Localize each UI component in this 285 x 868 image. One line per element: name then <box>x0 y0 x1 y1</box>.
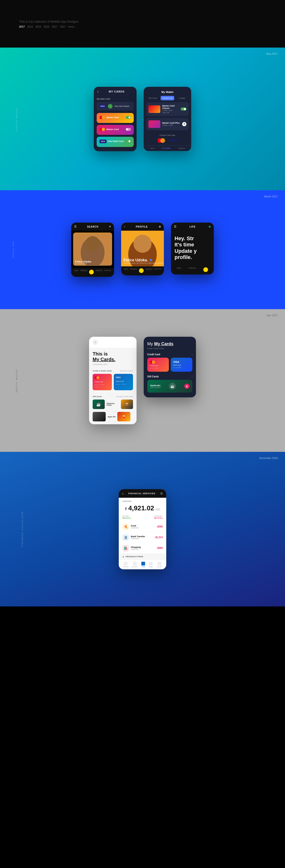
delete-starbucks-btn[interactable]: 🗑 <box>184 383 189 389</box>
toggle-3[interactable] <box>126 140 131 143</box>
visa-card-row[interactable]: VISA Visa Card Classic <box>97 102 134 111</box>
life-nav-avatar[interactable] <box>203 267 208 273</box>
profile-nav-friends[interactable]: FRIENDS <box>130 268 137 274</box>
finance-phone: ‹ FINANCIAL SERVICES ⊙ September ₮ 4,921… <box>119 489 166 569</box>
back-circle-btn[interactable]: ‹ <box>93 340 98 345</box>
nav-feed-search[interactable]: FEED <box>74 270 79 275</box>
mc-circle-right-2 <box>102 128 105 131</box>
profile-person-details: 26 YEARS OLD • MY PHOTOS • DEN HAAG, BRA… <box>123 262 164 264</box>
wallet-toggle-1[interactable] <box>181 107 186 111</box>
year-2017[interactable]: 2017 <box>19 25 25 28</box>
panel-credit-arrow: › <box>192 353 192 356</box>
back-arrow-icon[interactable]: ‹ <box>97 90 99 93</box>
mc-circle-right-1 <box>102 116 105 119</box>
mcdonalds-thumb[interactable]: 🍟 <box>117 412 131 422</box>
gift-section-count: You have 16 Gift Cards <box>116 396 133 397</box>
nav-my-cards[interactable]: MY CARDS <box>162 148 171 149</box>
panel-title: My My Cards <box>147 341 192 346</box>
choose-card-type-label: Choose Card Type <box>144 132 191 138</box>
apple-thumb[interactable] <box>93 412 106 422</box>
panel-credit-num: •••• •••• 0613 <box>150 367 167 369</box>
shopping-icon: 🛍️ <box>122 545 129 552</box>
tab-loyalty[interactable]: Loyalty <box>175 96 189 100</box>
wallet-card-2[interactable]: Master Card Plus Credit: 1188 ✕ <box>146 118 189 130</box>
finance-nav-overview[interactable]: overview <box>123 562 129 567</box>
life-nav-friends[interactable]: FRIENDS <box>188 267 196 273</box>
wallet-card-1[interactable]: Master Card Classic Credit: 3194 Turn Of… <box>146 102 189 116</box>
starbucks-gift-card[interactable]: Starbucks 100% Custom ☕ 🗑 <box>147 380 192 393</box>
nav-photos-search[interactable]: PHOTOS <box>104 270 111 275</box>
profile-nav-photos[interactable]: PHOTOS <box>154 268 161 274</box>
section-date-blue: March 2017 <box>264 195 278 198</box>
nav-home[interactable]: Home <box>150 148 154 149</box>
credit-section-label: Credit or Debit Cards <box>93 370 112 372</box>
mastercard-option[interactable] <box>157 138 165 143</box>
wallet-card2-num: Credit: 1188 <box>162 124 180 126</box>
toggle-1[interactable] <box>126 116 131 119</box>
nav-payment[interactable]: Payment <box>178 148 185 149</box>
close-button[interactable]: ✕ <box>182 122 186 126</box>
year-2016[interactable]: 2016 <box>27 25 33 28</box>
finance-nav-mycards[interactable]: my cards <box>156 562 162 567</box>
panel-subtitle: Credit / Debit Cards <box>147 347 192 349</box>
life-nav-feed[interactable]: FEED <box>177 267 181 273</box>
starbucks-name: Starbucks <box>150 384 161 387</box>
year-2015[interactable]: 2015 <box>35 25 41 28</box>
finance-nav-cards[interactable]: cards <box>141 562 145 567</box>
finance-back-arrow[interactable]: ‹ <box>122 492 123 495</box>
transaction-food: 🍕 Food September -$390 <box>119 522 166 532</box>
search-phone: ☰ SEARCH ✕ Felice Udoka 26 YEARS OLD <box>71 223 114 277</box>
svg-point-6 <box>134 235 151 253</box>
bank-icon: 🏦 <box>122 534 129 541</box>
wallet-phone: My Wallet Gift Cards Debit/Credit Loyalt… <box>144 87 191 151</box>
nav-search-search[interactable]: SEARCH <box>96 270 103 275</box>
year-2017b[interactable]: 2017 <box>52 25 58 28</box>
food-amount: -$390 <box>156 525 163 528</box>
life-close-icon[interactable]: ⊕ <box>209 225 211 228</box>
tab-debit-credit[interactable]: Debit/Credit <box>161 96 174 100</box>
profile-phone: ‹ PROFILE ⊕ Felice Udoka. 26 YEARS OLD •… <box>121 223 164 275</box>
section-date-teal: May 2017 <box>266 52 278 55</box>
life-menu-icon[interactable]: ☰ <box>174 225 176 228</box>
finance-amount: 4,921.02 <box>128 504 154 512</box>
profile-nav-feed[interactable]: FEED <box>124 268 129 274</box>
finance-nav-budget[interactable]: budget <box>149 562 153 567</box>
svg-point-3 <box>85 236 100 251</box>
toggle-2[interactable] <box>126 128 131 131</box>
bank-name: Bank Transfer <box>131 535 153 538</box>
food-date: September <box>131 527 154 529</box>
finance-title: FINANCIAL SERVICES <box>128 492 155 495</box>
mastercard-item-2[interactable]: Master Card <box>97 125 134 135</box>
starbucks-thumb[interactable]: ☕ <box>93 400 105 409</box>
nav-friends-search[interactable]: FRIENDS <box>80 270 87 275</box>
menu-icon[interactable]: ☰ <box>74 225 77 228</box>
section-label-wallet-gray: Digital Wallet <box>15 369 18 392</box>
finance-settings-icon[interactable]: ⊙ <box>160 492 163 495</box>
debit-card-label: Debit Card <box>116 380 131 382</box>
profile-nav-search[interactable]: SEARCH <box>146 268 152 274</box>
nav-avatar-search[interactable] <box>89 270 94 275</box>
search-phone-close[interactable]: ✕ <box>109 225 111 228</box>
panel-credit-section: Credit Card <box>147 353 160 356</box>
year-2017c[interactable]: 2017 <box>60 25 66 28</box>
mastercard-item-1[interactable]: Master Card <box>97 113 134 123</box>
year-more[interactable]: more... <box>68 25 76 28</box>
person-card-search[interactable]: Felice Udoka 26 YEARS OLD <box>73 232 112 266</box>
wallet-title: My Wallet <box>162 91 173 93</box>
visa-option[interactable]: VISA <box>170 138 178 143</box>
panel-credit-card[interactable]: Credit Card •••• •••• 0613 <box>147 358 169 372</box>
transactions-header: ▲ TRANSACTIONS <box>119 554 166 560</box>
profile-nav-avatar[interactable] <box>139 268 144 274</box>
year-2016b[interactable]: 2016 <box>43 25 49 28</box>
panel-debit-card[interactable]: VISA Debit Card •••• •••• 0613 <box>171 358 192 372</box>
profile-menu-icon[interactable]: ⊕ <box>158 225 161 228</box>
finance-nav-payments[interactable]: payments <box>132 562 138 567</box>
credit-card-mini[interactable]: Credit Card •••• •••• •••• <box>93 374 112 390</box>
amazon-thumb[interactable]: 📦 <box>121 400 133 409</box>
food-name: Food <box>131 525 154 527</box>
visa-debit-item[interactable]: VISA Visa Debit Card <box>97 137 134 147</box>
debit-card-mini[interactable]: VISA Debit Card •••• •••• <box>114 374 133 390</box>
section-date-gray: Nov 2017 <box>267 314 278 317</box>
tab-gift-cards[interactable]: Gift Cards <box>146 96 159 100</box>
starbucks-sub: 100% Custom <box>150 387 161 388</box>
